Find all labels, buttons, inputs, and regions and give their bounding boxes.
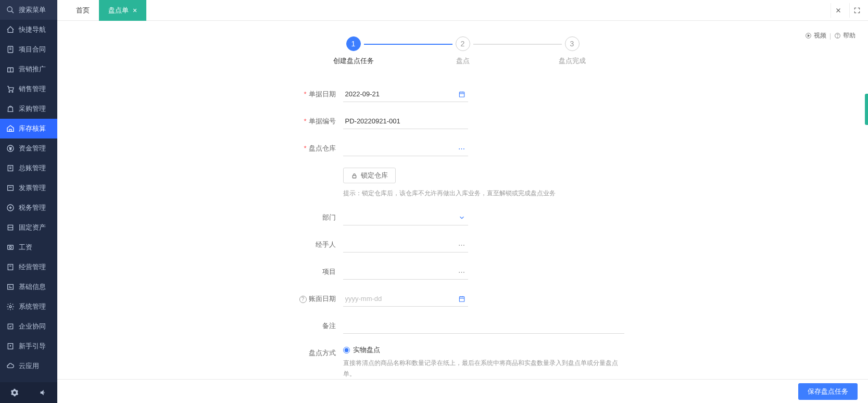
- sidebar-item-asset[interactable]: 固定资产: [0, 218, 57, 237]
- sidebar-item-label: 固定资产: [19, 223, 46, 232]
- sidebar-item-marketing[interactable]: 营销推广: [0, 59, 57, 79]
- sidebar-item-basicinfo[interactable]: 基础信息: [0, 277, 57, 297]
- home-icon: [6, 26, 15, 34]
- save-task-button[interactable]: 保存盘点任务: [798, 383, 858, 400]
- sidebar-item-label: 基础信息: [19, 282, 46, 292]
- lock-label-spacer: [281, 168, 343, 171]
- lock-icon: [351, 172, 358, 179]
- salary-icon: [6, 243, 15, 251]
- dept-select[interactable]: [343, 210, 468, 225]
- info-icon: [6, 283, 15, 291]
- svg-line-1: [11, 11, 14, 13]
- radio-physical-input[interactable]: [343, 347, 350, 354]
- sidebar-item-contract[interactable]: 项目合同: [0, 40, 57, 59]
- sidebar-item-business[interactable]: 经营管理: [0, 257, 57, 277]
- fullscreen-icon[interactable]: [849, 3, 864, 18]
- tabs-bar: 首页 盘点单 ×: [57, 0, 868, 21]
- inventory-form: 单据日期 单据编号 盘点仓库 ⋯: [281, 86, 645, 403]
- warehouse-input[interactable]: [343, 141, 468, 156]
- svg-rect-9: [9, 129, 11, 131]
- svg-rect-15: [8, 185, 14, 190]
- sys-icon: [6, 303, 15, 311]
- svg-text:¥: ¥: [9, 147, 11, 150]
- tabs-close-button[interactable]: [831, 3, 845, 18]
- svg-point-8: [12, 91, 13, 92]
- sidebar-item-sales[interactable]: 销售管理: [0, 79, 57, 99]
- dept-label: 部门: [281, 210, 343, 222]
- calendar-icon[interactable]: [458, 295, 466, 303]
- svg-point-7: [9, 91, 10, 92]
- svg-rect-22: [8, 265, 12, 270]
- tax-icon: [6, 204, 15, 212]
- biz-icon: [6, 263, 15, 271]
- sidebar: 搜索菜单 快捷导航 项目合同 营销推广 销售管理 采购管理: [0, 0, 57, 403]
- sidebar-item-salary[interactable]: 工资: [0, 237, 57, 257]
- sidebar-item-label: 采购管理: [19, 104, 46, 114]
- sidebar-search[interactable]: 搜索菜单: [0, 0, 57, 20]
- lock-hint: 提示：锁定仓库后，该仓库不允许再做出入库业务，直至解锁或完成盘点业务: [343, 188, 624, 198]
- sidebar-item-guide[interactable]: 新手引导: [0, 336, 57, 356]
- more-icon[interactable]: ⋯: [458, 241, 466, 249]
- more-icon[interactable]: ⋯: [458, 268, 466, 276]
- volume-icon[interactable]: [39, 388, 47, 397]
- sidebar-item-ledger[interactable]: 总账管理: [0, 158, 57, 178]
- chevron-down-icon[interactable]: [458, 213, 466, 222]
- operator-input[interactable]: [343, 237, 468, 253]
- sidebar-item-label: 项目合同: [19, 45, 46, 54]
- project-input[interactable]: [343, 264, 468, 280]
- code-input[interactable]: [343, 114, 468, 129]
- sidebar-item-system[interactable]: 系统管理: [0, 297, 57, 317]
- sidebar-item-label: 库存核算: [19, 124, 46, 133]
- project-label: 项目: [281, 264, 343, 276]
- divider: |: [829, 32, 831, 40]
- lock-warehouse-button[interactable]: 锁定仓库: [343, 168, 396, 183]
- svg-rect-42: [459, 297, 464, 301]
- step-circle: 2: [456, 36, 470, 51]
- operator-label: 经手人: [281, 237, 343, 249]
- step-label: 创建盘点任务: [333, 56, 374, 66]
- sidebar-item-inventory[interactable]: 库存核算: [0, 119, 57, 138]
- sidebar-item-label: 快捷导航: [19, 25, 46, 34]
- svg-rect-37: [459, 92, 464, 97]
- physical-desc1: 直接将清点的商品名称和数量记录在纸上，最后在系统中将商品和实盘数量录入到盘点单或…: [343, 358, 624, 379]
- top-help-links: 视频 | 帮助: [805, 31, 856, 40]
- book-date-label: ?账面日期: [281, 291, 343, 304]
- sidebar-item-collab[interactable]: 企业协同: [0, 317, 57, 336]
- radio-physical[interactable]: 实物盘点: [343, 345, 624, 355]
- more-icon[interactable]: ⋯: [458, 144, 466, 153]
- sidebar-search-label: 搜索菜单: [19, 5, 46, 15]
- video-link[interactable]: 视频: [805, 31, 826, 40]
- remark-input[interactable]: [343, 318, 624, 334]
- step-2: 2 盘点: [408, 36, 518, 66]
- house-icon: [6, 124, 15, 133]
- sidebar-item-label: 发票管理: [19, 183, 46, 193]
- code-label: 单据编号: [281, 114, 343, 126]
- sidebar-item-funds[interactable]: ¥ 资金管理: [0, 138, 57, 158]
- tab-inventory-check[interactable]: 盘点单 ×: [99, 0, 146, 21]
- svg-rect-24: [8, 284, 14, 289]
- calendar-icon[interactable]: [458, 90, 466, 98]
- tab-home[interactable]: 首页: [67, 0, 99, 21]
- svg-rect-20: [8, 245, 14, 249]
- help-link[interactable]: 帮助: [834, 31, 856, 40]
- close-icon[interactable]: ×: [133, 0, 137, 21]
- search-icon: [6, 6, 15, 14]
- svg-point-27: [9, 306, 11, 308]
- svg-point-21: [9, 246, 11, 248]
- date-input[interactable]: [343, 86, 468, 102]
- help-icon[interactable]: ?: [299, 296, 307, 303]
- sidebar-item-invoice[interactable]: 发票管理: [0, 178, 57, 198]
- step-3: 3 盘点完成: [518, 36, 627, 66]
- book-date-input[interactable]: [343, 291, 468, 307]
- file-icon: [6, 45, 15, 54]
- right-drawer-handle[interactable]: [865, 94, 868, 125]
- sidebar-item-cloud[interactable]: 云应用: [0, 356, 57, 376]
- settings-icon[interactable]: [10, 388, 19, 397]
- cart-icon: [6, 85, 15, 93]
- svg-marker-34: [808, 34, 809, 36]
- sidebar-item-quicknav[interactable]: 快捷导航: [0, 20, 57, 40]
- sidebar-item-tax[interactable]: 税务管理: [0, 198, 57, 218]
- tab-label: 盘点单: [108, 0, 129, 21]
- sidebar-item-purchase[interactable]: 采购管理: [0, 99, 57, 119]
- guide-icon: [6, 342, 15, 350]
